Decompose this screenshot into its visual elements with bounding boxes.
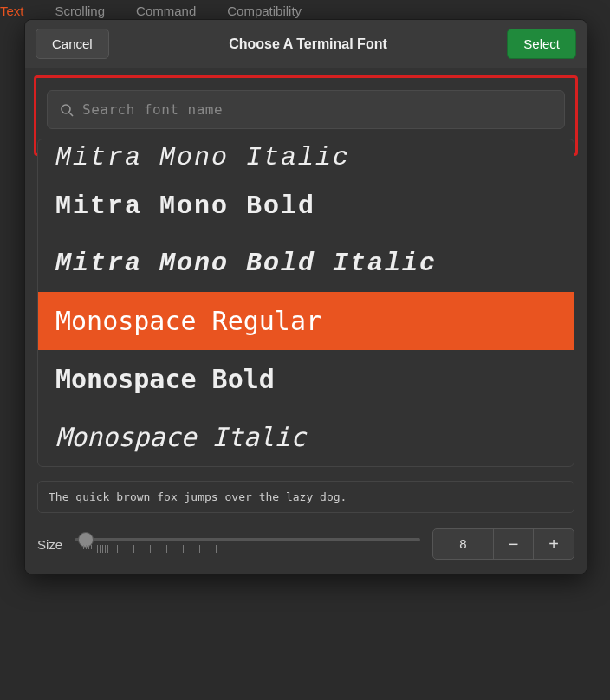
font-item[interactable]: Monospace Bold	[38, 350, 574, 408]
size-increase-button[interactable]: +	[534, 529, 574, 559]
size-controls: 8 − +	[432, 528, 574, 560]
svg-line-1	[69, 113, 73, 116]
font-item[interactable]: Monospace Italic	[38, 408, 574, 466]
bg-tab-text: Text	[0, 3, 24, 18]
font-item[interactable]: Monospace Regular	[38, 292, 574, 350]
search-icon	[60, 103, 74, 117]
svg-point-0	[62, 105, 70, 113]
search-input[interactable]	[82, 101, 552, 118]
preview-text: The quick brown fox jumps over the lazy …	[37, 481, 574, 513]
select-button[interactable]: Select	[507, 29, 576, 59]
cancel-button[interactable]: Cancel	[36, 29, 109, 59]
dialog-title: Choose A Terminal Font	[229, 36, 387, 52]
size-value[interactable]: 8	[433, 529, 494, 559]
size-decrease-button[interactable]: −	[494, 529, 534, 559]
size-slider[interactable]	[75, 531, 420, 557]
bg-tab-command: Command	[136, 3, 196, 18]
size-row: Size 8 − +	[37, 528, 574, 560]
font-list[interactable]: Mitra Mono ItalicMitra Mono BoldMitra Mo…	[37, 139, 574, 467]
search-box[interactable]	[47, 90, 565, 129]
bg-tab-compatibility: Compatibility	[227, 3, 302, 18]
font-item[interactable]: Mitra Mono Italic	[38, 139, 574, 178]
bg-tab-scrolling: Scrolling	[55, 3, 106, 18]
dialog-body: Mitra Mono ItalicMitra Mono BoldMitra Mo…	[25, 68, 587, 574]
font-item[interactable]: Mitra Mono Bold Italic	[38, 235, 574, 292]
size-label: Size	[37, 537, 62, 552]
font-item[interactable]: Mitra Mono Bold	[38, 178, 574, 235]
dialog-titlebar: Cancel Choose A Terminal Font Select	[25, 20, 587, 68]
font-chooser-dialog: Cancel Choose A Terminal Font Select Mit…	[24, 19, 587, 574]
